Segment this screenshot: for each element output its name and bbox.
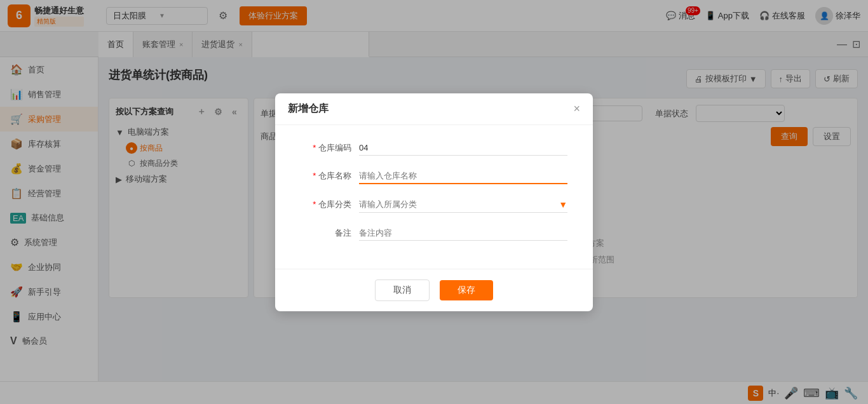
- save-button[interactable]: 保存: [440, 280, 493, 300]
- dialog-title: 新增仓库: [288, 102, 329, 116]
- code-input[interactable]: [359, 140, 567, 156]
- note-input[interactable]: [359, 226, 567, 241]
- new-warehouse-dialog: 新增仓库 × 仓库编码 仓库名称 仓库分类 ▼ 备注: [275, 93, 593, 311]
- category-select-row[interactable]: ▼: [359, 197, 567, 213]
- dialog-footer: 取消 保存: [275, 269, 593, 311]
- form-row-name: 仓库名称: [301, 168, 567, 184]
- category-dropdown-icon[interactable]: ▼: [559, 199, 567, 210]
- name-label: 仓库名称: [301, 170, 351, 182]
- dialog-overlay[interactable]: 新增仓库 × 仓库编码 仓库名称 仓库分类 ▼ 备注: [0, 0, 868, 404]
- category-input[interactable]: [359, 199, 559, 209]
- category-label: 仓库分类: [301, 199, 351, 210]
- form-row-note: 备注: [301, 226, 567, 241]
- dialog-header: 新增仓库 ×: [275, 93, 593, 125]
- note-label: 备注: [301, 227, 351, 239]
- dialog-close-button[interactable]: ×: [573, 103, 580, 114]
- name-input[interactable]: [359, 168, 567, 184]
- code-label: 仓库编码: [301, 142, 351, 154]
- dialog-body: 仓库编码 仓库名称 仓库分类 ▼ 备注: [275, 125, 593, 269]
- form-row-code: 仓库编码: [301, 140, 567, 156]
- form-row-category: 仓库分类 ▼: [301, 197, 567, 213]
- cancel-button[interactable]: 取消: [375, 279, 430, 301]
